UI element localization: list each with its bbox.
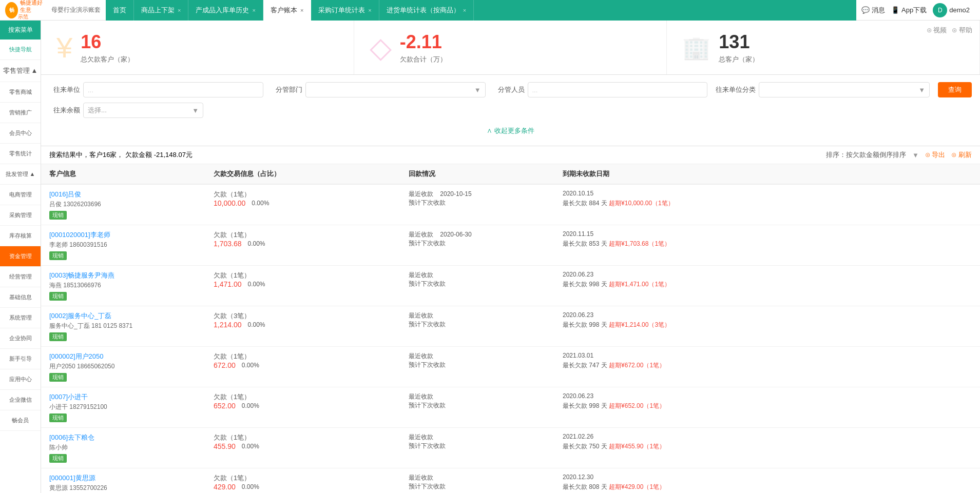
sidebar-item-ecommerce[interactable]: 电商管理	[0, 185, 41, 205]
collapse-bar[interactable]: ∧ 收起更多条件	[49, 123, 972, 139]
customer-cell: [0006]去下粮仓 陈小帅 现销	[49, 433, 214, 463]
filter-item-person: 分管人员 ...	[494, 82, 708, 97]
overdue-link[interactable]: 超期¥1,214.00（3笔）	[609, 321, 670, 328]
overdue-link[interactable]: 超期¥672.00（1笔）	[609, 362, 665, 369]
sidebar-item-enterprise[interactable]: 企业协同	[0, 328, 41, 349]
search-menu[interactable]: 搜索菜单	[0, 21, 41, 40]
sidebar-item-system[interactable]: 系统管理	[0, 308, 41, 328]
search-button[interactable]: 查询	[938, 82, 972, 97]
debt-amount-row: 672.00 0.00%	[214, 361, 409, 369]
filter-input-person[interactable]: ...	[528, 82, 708, 97]
sidebar: 搜索菜单 快捷导航 零售管理 ▲ 零售商城 营销推广 会员中心 零售统计 批发管…	[0, 21, 41, 493]
top-right: 💬 消息 📱 App下载 D demo2	[856, 3, 975, 17]
sidebar-item-finance[interactable]: 资金管理	[0, 246, 41, 267]
close-icon[interactable]: ×	[368, 7, 371, 13]
sidebar-item-purchase[interactable]: 采购管理	[0, 205, 41, 226]
debt-amount: 1,703.68	[214, 240, 242, 248]
sidebar-item-retail-mgmt[interactable]: 零售管理 ▲	[0, 60, 41, 82]
overdue-link[interactable]: 超期¥429.00（1笔）	[609, 483, 665, 490]
sidebar-item-wechat[interactable]: 企业微信	[0, 390, 41, 410]
close-icon[interactable]: ×	[463, 7, 466, 13]
sidebar-item-retail-stats[interactable]: 零售统计	[0, 144, 41, 164]
collection-info: 最近收款	[409, 311, 563, 320]
customer-name-link[interactable]: [0007]小进干	[49, 392, 214, 402]
stat-label-debt-total: 欠款合计（万）	[400, 55, 447, 64]
debt-count: 欠款（1笔）	[214, 392, 409, 402]
tab-production[interactable]: 产成品入库单历史 ×	[188, 0, 263, 21]
sidebar-item-quicknav[interactable]: 快捷导航	[0, 40, 41, 60]
tab-home[interactable]: 首页	[106, 0, 134, 21]
debt-percent: 0.00%	[248, 240, 265, 247]
refresh-button[interactable]: ⊙ 刷新	[951, 150, 972, 160]
overdue-cell: 2020.06.23 最长欠款 998 天 超期¥652.00（1笔）	[563, 392, 972, 410]
overdue-link[interactable]: 超期¥10,000.00（1笔）	[609, 200, 674, 207]
user-menu[interactable]: D demo2	[933, 3, 970, 17]
customer-cell: [0016]吕俊 吕俊 13026203696 现销	[49, 190, 214, 220]
sidebar-item-guide[interactable]: 新手引导	[0, 349, 41, 369]
close-icon[interactable]: ×	[252, 7, 255, 13]
help-link[interactable]: ⊙ 帮助	[952, 26, 972, 35]
close-icon[interactable]: ×	[178, 7, 181, 13]
app-name: 畅捷通好生意	[20, 0, 46, 13]
export-button[interactable]: ⊙ 导出	[925, 150, 946, 160]
customer-tag: 现销	[49, 454, 67, 463]
sidebar-item-retail-mall[interactable]: 零售商城	[0, 82, 41, 103]
sidebar-item-vip[interactable]: 畅会员	[0, 410, 41, 431]
yuan-icon: ¥	[56, 31, 72, 64]
main-layout: 搜索菜单 快捷导航 零售管理 ▲ 零售商城 营销推广 会员中心 零售统计 批发管…	[0, 21, 980, 493]
message-button[interactable]: 💬 消息	[861, 6, 885, 15]
sidebar-item-appstore[interactable]: 应用中心	[0, 369, 41, 390]
table-row: [0001020001]李老师 李老师 18600391516 现销 欠款（1笔…	[41, 225, 980, 266]
customer-name-link[interactable]: [000002]用户2050	[49, 352, 214, 361]
stats-row: ¥ 16 总欠款客户（家） ◇ -2.11 欠款合计（万） 🏢 131 总客户（…	[41, 21, 980, 75]
filter-input-vendor[interactable]: ...	[83, 82, 263, 97]
debt-amount: 455.90	[214, 442, 236, 450]
sidebar-item-marketing[interactable]: 营销推广	[0, 103, 41, 123]
debt-percent: 0.00%	[252, 200, 269, 207]
dots-icon: ...	[88, 86, 93, 94]
arrow-down-icon: ▼	[918, 86, 925, 94]
overdue-link[interactable]: 超期¥455.90（1笔）	[609, 443, 665, 450]
tab-customer-account[interactable]: 客户账本 ×	[263, 0, 311, 21]
overdue-cell: 2021.02.26 最长欠款 750 天 超期¥455.90（1笔）	[563, 433, 972, 451]
table-row: [000002]用户2050 用户2050 18665062050 现销 欠款（…	[41, 347, 980, 387]
debt-count: 欠款（1笔）	[214, 474, 409, 483]
customer-name-link[interactable]: [0002]服务中心_丁磊	[49, 311, 214, 321]
tab-products[interactable]: 商品上下架 ×	[134, 0, 188, 21]
customer-name-link[interactable]: [000001]黄思源	[49, 474, 214, 483]
customer-tag: 现销	[49, 211, 67, 220]
overdue-link[interactable]: 超期¥652.00（1笔）	[609, 402, 665, 409]
collection-sub: 预计下次收款	[409, 442, 563, 450]
logo-area: 畅 畅捷通好生意 示范	[5, 0, 46, 21]
overdue-link[interactable]: 超期¥1,471.00（1笔）	[609, 281, 670, 288]
col-header-debt: 欠款交易信息（占比）	[214, 169, 409, 179]
overdue-link[interactable]: 超期¥1,703.68（1笔）	[609, 240, 670, 247]
app-download-button[interactable]: 📱 App下载	[891, 6, 927, 15]
sidebar-item-inventory[interactable]: 库存核算	[0, 226, 41, 246]
customer-name-link[interactable]: [0003]畅捷服务尹海燕	[49, 271, 214, 280]
filter-label-balance: 往来余额	[49, 106, 80, 115]
video-link[interactable]: ⊙ 视频	[927, 26, 947, 35]
sidebar-item-basic-info[interactable]: 基础信息	[0, 287, 41, 308]
download-icon: 📱	[891, 6, 899, 14]
close-icon[interactable]: ×	[300, 7, 303, 13]
sidebar-item-wholesale[interactable]: 批发管理 ▲	[0, 164, 41, 185]
table-row: [0007]小进干 小进干 18279152100 现销 欠款（1笔） 652.…	[41, 387, 980, 428]
sidebar-item-operations[interactable]: 经营管理	[0, 267, 41, 287]
due-date: 2021.02.26	[563, 433, 972, 440]
filter-select-balance[interactable]: 选择... ▼	[83, 103, 203, 118]
table-row: [0003]畅捷服务尹海燕 海燕 18513066976 现销 欠款（1笔） 1…	[41, 266, 980, 306]
customer-name-link[interactable]: [0001020001]李老师	[49, 230, 214, 240]
filter-label-vendor: 往来单位	[49, 85, 80, 94]
sidebar-item-members[interactable]: 会员中心	[0, 123, 41, 144]
filter-input-dept[interactable]: ▼	[305, 82, 486, 97]
avatar: D	[933, 3, 947, 17]
tab-purchase-stats[interactable]: 采购订单统计表 ×	[311, 0, 379, 21]
customer-tag: 现销	[49, 413, 67, 422]
tab-purchase-product-stats[interactable]: 进货单统计表（按商品） ×	[379, 0, 474, 21]
customer-name-link[interactable]: [0006]去下粮仓	[49, 433, 214, 442]
filter-input-category[interactable]: ▼	[759, 82, 930, 97]
customer-sub: 海燕 18513066976	[49, 281, 214, 290]
customer-cell: [0007]小进干 小进干 18279152100 现销	[49, 392, 214, 422]
customer-name-link[interactable]: [0016]吕俊	[49, 190, 214, 199]
